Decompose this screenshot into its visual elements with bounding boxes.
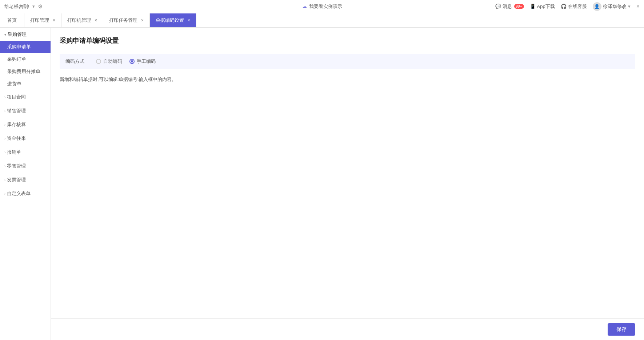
retail-expand-icon: › [4, 164, 5, 168]
top-bar-center: ☁ 我要看实例演示 [302, 3, 342, 10]
sidebar-item-purchase-request[interactable]: 采购申请单 [0, 41, 51, 53]
tab-bar: 首页 打印管理 × 打印机管理 × 打印任务管理 × 单据编码设置 × [0, 13, 644, 28]
tab-single-code[interactable]: 单据编码设置 × [150, 13, 196, 27]
sidebar-item-sales-label: 销售管理 [7, 108, 26, 114]
message-label: 消息 [503, 3, 512, 10]
sidebar-item-fund[interactable]: › 资金往来 [0, 131, 51, 145]
tab-home-label: 首页 [7, 17, 17, 24]
sidebar-item-purchase-expense[interactable]: 采购费用分摊单 [0, 65, 51, 78]
sidebar-group-purchase: ▾ 采购管理 采购申请单 采购订单 采购费用分摊单 进货单 [0, 28, 51, 90]
sidebar-item-retail[interactable]: › 零售管理 [0, 159, 51, 173]
tab-print-task[interactable]: 打印任务管理 × [103, 13, 150, 27]
message-button[interactable]: 💬 消息 99+ [495, 3, 524, 10]
tab-print-manage[interactable]: 打印管理 × [24, 13, 61, 27]
message-icon: 💬 [495, 4, 501, 9]
headset-icon: 🎧 [561, 4, 567, 9]
footer-bar: 保存 [51, 318, 644, 340]
settings-icon[interactable]: ⚙ [38, 3, 43, 10]
radio-manual-code[interactable]: 手工编码 [129, 58, 156, 65]
top-bar: 给老板勿割! ▾ ⚙ ☁ 我要看实例演示 💬 消息 99+ 📱 App下载 🎧 … [0, 0, 644, 13]
radio-group-coding: 自动编码 手工编码 [96, 58, 156, 65]
sidebar-item-project-contract-label: 项目合同 [7, 94, 26, 100]
returns-expand-icon: › [4, 150, 5, 154]
top-bar-left: 给老板勿割! ▾ ⚙ [4, 3, 43, 10]
tab-printer-manage[interactable]: 打印机管理 × [61, 13, 103, 27]
sidebar-group-purchase-label: 采购管理 [8, 31, 27, 38]
content-wrapper: 采购申请单编码设置 编码方式 自动编码 手工编码 [51, 28, 644, 340]
tab-single-code-close[interactable]: × [188, 18, 190, 23]
main-layout: ▾ 采购管理 采购申请单 采购订单 采购费用分摊单 进货单 › 项目合同 › 销… [0, 28, 644, 340]
tab-printer-manage-label: 打印机管理 [67, 17, 91, 24]
tab-home[interactable]: 首页 [0, 13, 24, 27]
sidebar-item-custom-form[interactable]: › 自定义表单 [0, 187, 51, 201]
sidebar-item-inventory[interactable]: › 库存核算 [0, 118, 51, 131]
content-inner: 采购申请单编码设置 编码方式 自动编码 手工编码 [51, 28, 644, 318]
app-download-button[interactable]: 📱 App下载 [530, 3, 555, 10]
user-profile-button[interactable]: 👤 徐泽华修改 ▾ [593, 2, 631, 11]
tab-print-task-label: 打印任务管理 [109, 17, 137, 24]
online-service-button[interactable]: 🎧 在线客服 [561, 3, 587, 10]
sidebar-item-purchase-order-label: 采购订单 [7, 56, 26, 62]
tab-print-manage-label: 打印管理 [30, 17, 49, 24]
close-icon[interactable]: × [636, 3, 640, 10]
chevron-down-icon[interactable]: ▾ [32, 4, 35, 9]
coding-method-label: 编码方式 [65, 58, 84, 65]
sidebar-item-retail-label: 零售管理 [7, 163, 26, 169]
sidebar-item-purchase-expense-label: 采购费用分摊单 [7, 69, 40, 74]
project-contract-expand-icon: › [4, 95, 5, 99]
sales-expand-icon: › [4, 109, 5, 113]
inventory-expand-icon: › [4, 123, 5, 127]
sidebar-item-fund-label: 资金往来 [7, 135, 26, 142]
sidebar-group-purchase-title[interactable]: ▾ 采购管理 [0, 28, 51, 41]
online-service-label: 在线客服 [568, 3, 587, 10]
sidebar-item-invoice[interactable]: › 发票管理 [0, 173, 51, 187]
custom-form-expand-icon: › [4, 192, 5, 196]
purchase-expand-icon: ▾ [4, 33, 6, 37]
sidebar-item-inventory-label: 库存核算 [7, 121, 26, 128]
radio-manual-code-label: 手工编码 [137, 58, 156, 65]
tab-print-manage-close[interactable]: × [53, 18, 55, 23]
info-text: 新增和编辑单据时,可以编辑'单据编号'输入框中的内容。 [60, 76, 635, 83]
sidebar-item-stock-in-label: 进货单 [7, 81, 21, 86]
invoice-expand-icon: › [4, 178, 5, 182]
radio-auto-code[interactable]: 自动编码 [96, 58, 122, 65]
cloud-icon: ☁ [302, 4, 307, 9]
sidebar-item-custom-form-label: 自定义表单 [7, 190, 31, 197]
coding-row: 编码方式 自动编码 手工编码 [60, 54, 635, 69]
user-chevron-icon: ▾ [628, 4, 631, 9]
sidebar-item-project-contract[interactable]: › 项目合同 [0, 90, 51, 104]
top-bar-right: 💬 消息 99+ 📱 App下载 🎧 在线客服 👤 徐泽华修改 ▾ × [495, 2, 640, 11]
radio-auto-code-circle [96, 59, 101, 64]
avatar: 👤 [593, 2, 601, 11]
radio-manual-code-circle [129, 59, 135, 64]
sidebar-item-returns[interactable]: › 报销单 [0, 145, 51, 159]
sidebar-item-purchase-order[interactable]: 采购订单 [0, 53, 51, 65]
tab-single-code-label: 单据编码设置 [156, 17, 184, 24]
fund-expand-icon: › [4, 137, 5, 141]
user-name: 徐泽华修改 [603, 3, 627, 10]
content-area: 采购申请单编码设置 编码方式 自动编码 手工编码 [51, 28, 644, 318]
sidebar-item-invoice-label: 发票管理 [7, 177, 26, 183]
sidebar-item-stock-in[interactable]: 进货单 [0, 78, 51, 90]
tab-print-task-close[interactable]: × [141, 18, 144, 23]
page-title: 采购申请单编码设置 [60, 36, 635, 45]
sidebar-item-returns-label: 报销单 [7, 149, 21, 155]
sidebar-item-sales[interactable]: › 销售管理 [0, 104, 51, 118]
logo-text: 给老板勿割! [4, 3, 29, 10]
message-badge: 99+ [514, 4, 524, 9]
radio-auto-code-label: 自动编码 [103, 58, 122, 65]
sidebar-item-purchase-request-label: 采购申请单 [7, 44, 31, 49]
demo-text[interactable]: 我要看实例演示 [309, 3, 342, 10]
app-download-label: App下载 [537, 3, 555, 10]
sidebar: ▾ 采购管理 采购申请单 采购订单 采购费用分摊单 进货单 › 项目合同 › 销… [0, 28, 51, 340]
phone-icon: 📱 [530, 4, 536, 9]
save-button[interactable]: 保存 [608, 323, 635, 336]
tab-printer-manage-close[interactable]: × [95, 18, 97, 23]
